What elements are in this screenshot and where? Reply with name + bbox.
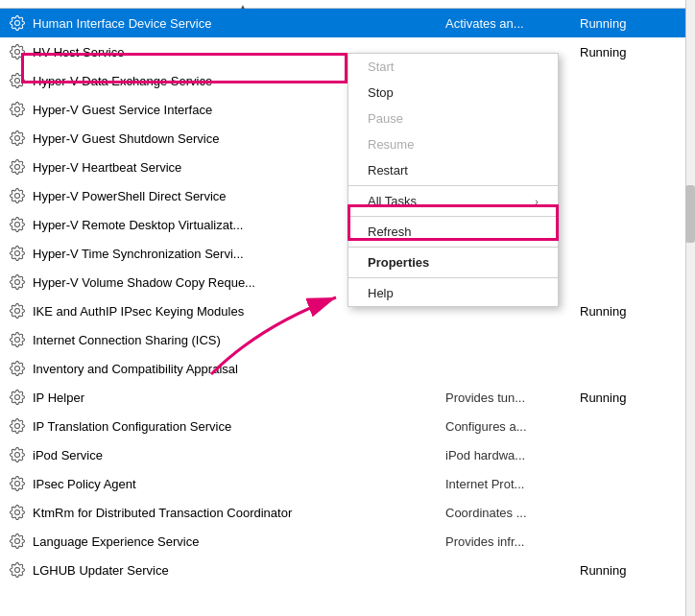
context-menu-label: Restart — [368, 163, 408, 178]
context-menu-item-stop[interactable]: Stop — [348, 80, 558, 106]
context-menu-item-properties[interactable]: Properties — [348, 249, 558, 275]
service-row[interactable]: LGHUB Updater Service Running — [0, 556, 695, 584]
service-icon — [8, 532, 27, 551]
service-row[interactable]: IP Helper Provides tun... Running — [0, 383, 695, 412]
service-icon — [8, 100, 27, 119]
service-row[interactable]: Inventory and Compatibility Appraisal — [0, 354, 695, 383]
services-panel: ▲ Human Interface Device Service Activat… — [0, 0, 695, 616]
service-name: Internet Connection Sharing (ICS) — [33, 333, 445, 347]
service-icon — [8, 157, 27, 177]
context-menu-item-resume: Resume — [348, 131, 558, 157]
service-description: Activates an... — [445, 16, 580, 31]
service-row[interactable]: KtmRm for Distributed Transaction Coordi… — [0, 498, 695, 527]
service-row[interactable]: iPod Service iPod hardwa... — [0, 440, 695, 469]
context-menu-label: Properties — [368, 255, 429, 270]
service-name: Language Experience Service — [33, 534, 445, 549]
service-name: KtmRm for Distributed Transaction Coordi… — [33, 506, 445, 520]
submenu-arrow-icon: › — [535, 196, 539, 207]
context-menu-item-pause: Pause — [348, 106, 558, 131]
context-menu: StartStopPauseResumeRestartAll Tasks›Ref… — [348, 53, 559, 307]
service-status: Running — [580, 391, 695, 405]
service-description: Provides tun... — [445, 391, 580, 405]
service-status: Running — [580, 45, 695, 59]
context-menu-item-refresh[interactable]: Refresh — [348, 219, 558, 245]
service-name: IPsec Policy Agent — [33, 477, 445, 491]
service-icon — [8, 42, 27, 61]
context-menu-separator — [348, 185, 558, 186]
service-name: iPod Service — [33, 448, 445, 462]
service-name: LGHUB Updater Service — [33, 563, 445, 578]
service-icon — [8, 215, 27, 234]
service-status: Running — [580, 16, 695, 31]
service-icon — [8, 560, 27, 580]
service-description: Coordinates ... — [445, 506, 580, 520]
service-icon — [8, 416, 27, 436]
service-row[interactable]: IPsec Policy Agent Internet Prot... — [0, 469, 695, 498]
context-menu-label: Help — [368, 286, 394, 300]
context-menu-separator — [348, 277, 558, 278]
context-menu-separator — [348, 216, 558, 217]
service-icon — [8, 388, 27, 407]
context-menu-label: All Tasks — [368, 194, 417, 208]
service-row[interactable]: Language Experience Service Provides inf… — [0, 527, 695, 556]
service-description: Provides infr... — [445, 534, 580, 549]
service-icon — [8, 503, 27, 522]
context-menu-item-alltasks[interactable]: All Tasks› — [348, 188, 558, 214]
scrollbar-thumb[interactable] — [685, 185, 695, 243]
table-header: ▲ — [0, 0, 695, 9]
service-icon — [8, 71, 27, 90]
context-menu-label: Stop — [368, 85, 394, 100]
service-name: IP Helper — [33, 391, 445, 405]
service-name: IP Translation Configuration Service — [33, 419, 445, 434]
service-status: Running — [580, 304, 695, 319]
service-name: Inventory and Compatibility Appraisal — [33, 362, 445, 376]
context-menu-label: Start — [368, 59, 394, 74]
service-icon — [8, 445, 27, 464]
service-icon — [8, 244, 27, 263]
context-menu-item-help[interactable]: Help — [348, 280, 558, 306]
context-menu-label: Pause — [368, 111, 403, 126]
service-name: Human Interface Device Service — [33, 16, 445, 31]
service-icon — [8, 474, 27, 493]
service-row[interactable]: Internet Connection Sharing (ICS) — [0, 325, 695, 354]
service-icon — [8, 330, 27, 349]
service-row[interactable]: IP Translation Configuration Service Con… — [0, 412, 695, 440]
context-menu-separator — [348, 247, 558, 248]
service-status: Running — [580, 563, 695, 578]
context-menu-item-restart[interactable]: Restart — [348, 157, 558, 183]
service-icon — [8, 129, 27, 148]
service-description: Configures a... — [445, 419, 580, 434]
service-icon — [8, 272, 27, 292]
context-menu-label: Resume — [368, 137, 414, 152]
context-menu-label: Refresh — [368, 225, 412, 239]
service-description: Internet Prot... — [445, 477, 580, 491]
scrollbar-track[interactable] — [685, 0, 695, 616]
service-icon — [8, 301, 27, 320]
service-row[interactable]: Human Interface Device Service Activates… — [0, 9, 695, 37]
context-menu-item-start: Start — [348, 54, 558, 80]
service-description: iPod hardwa... — [445, 448, 580, 462]
service-icon — [8, 359, 27, 378]
service-icon — [8, 13, 27, 33]
service-icon — [8, 186, 27, 205]
